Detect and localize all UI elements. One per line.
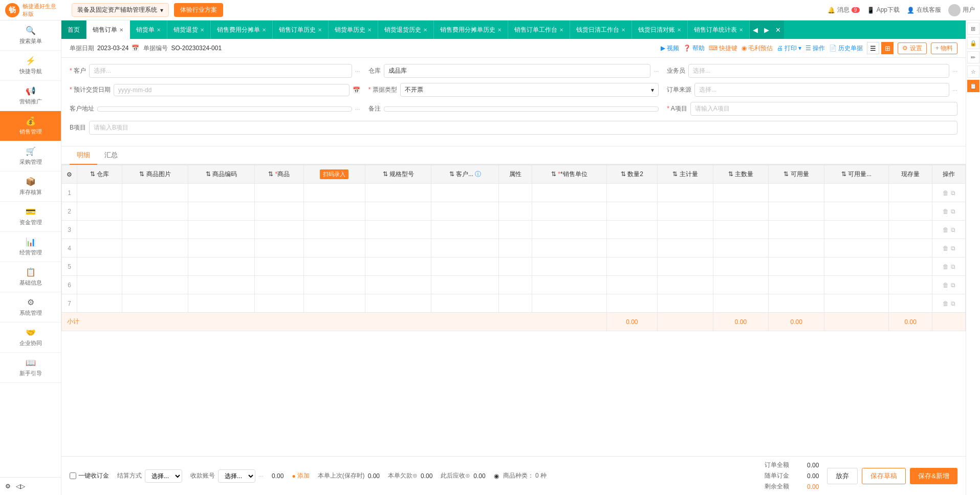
sidebar-item-finance[interactable]: 💳 资金管理 — [0, 202, 61, 232]
payment-method-select[interactable]: 选择... — [145, 469, 182, 483]
rp-icon-1[interactable]: ⊞ — [967, 23, 979, 35]
cell-sales-unit[interactable] — [532, 257, 606, 276]
th-settings[interactable]: ⚙ — [62, 165, 77, 184]
cell-main-qty[interactable] — [713, 276, 769, 294]
cell-available[interactable] — [769, 294, 824, 313]
tab-close-sales-invoice[interactable]: ✕ — [157, 27, 161, 33]
tab-sales-invoice[interactable]: 销货单 ✕ — [130, 20, 167, 39]
rp-icon-3[interactable]: ✏ — [967, 51, 979, 63]
cell-warehouse[interactable] — [77, 221, 122, 239]
cell-product-name[interactable] — [254, 184, 303, 202]
customer-address-input[interactable] — [97, 106, 352, 112]
copy-icon[interactable]: ⧉ — [951, 245, 955, 252]
cell-sales-unit[interactable] — [532, 276, 606, 294]
delete-icon[interactable]: 🗑 — [943, 282, 949, 289]
list-view-btn[interactable]: ☰ — [867, 42, 879, 54]
cell-stock[interactable] — [889, 202, 932, 221]
a-project-input[interactable]: 请输入A项目 — [690, 102, 957, 116]
delete-icon[interactable]: 🗑 — [943, 245, 949, 252]
cell-customer-code[interactable] — [431, 202, 499, 221]
tab-summary[interactable]: 汇总 — [97, 146, 125, 165]
print-btn[interactable]: 🖨 打印 ▾ — [777, 44, 801, 53]
invoice-type-select[interactable]: 不开票 ▾ — [400, 83, 659, 97]
table-settings-icon[interactable]: ⚙ — [67, 171, 72, 178]
cell-sales-unit[interactable] — [532, 184, 606, 202]
receipt-dots[interactable]: ··· — [258, 472, 264, 480]
cell-main-unit[interactable] — [658, 221, 713, 239]
order-source-dots[interactable]: ··· — [952, 87, 957, 94]
cell-scan[interactable] — [303, 184, 365, 202]
cell-spec[interactable] — [365, 184, 431, 202]
cell-available[interactable] — [769, 221, 824, 239]
cell-stock[interactable] — [889, 221, 932, 239]
copy-icon[interactable]: ⧉ — [951, 263, 955, 270]
cell-available2[interactable] — [824, 184, 888, 202]
sidebar-item-basic-info[interactable]: 📋 基础信息 — [0, 262, 61, 292]
cell-sales-unit[interactable] — [532, 202, 606, 221]
cell-main-unit[interactable] — [658, 294, 713, 313]
sidebar-item-operation[interactable]: 📊 经营管理 — [0, 232, 61, 262]
customer-input[interactable]: 选择... — [89, 64, 352, 78]
customer-dots[interactable]: ··· — [355, 68, 360, 75]
b-project-input[interactable]: 请输入B项目 — [89, 121, 957, 135]
cell-warehouse[interactable] — [77, 276, 122, 294]
address-dots[interactable]: ··· — [355, 105, 360, 113]
cell-product-name[interactable] — [254, 202, 303, 221]
salesperson-dots[interactable]: ··· — [952, 68, 957, 75]
cell-spec[interactable] — [365, 276, 431, 294]
cell-product-name[interactable] — [254, 257, 303, 276]
tab-daily-reconcile[interactable]: 钱货日清对账 ✕ — [632, 20, 688, 39]
cell-scan[interactable] — [303, 221, 365, 239]
cell-attribute[interactable] — [499, 202, 532, 221]
order-source-input[interactable]: 选择... — [694, 83, 949, 97]
cell-stock[interactable] — [889, 239, 932, 257]
tab-prev-btn[interactable]: ◀ — [750, 20, 761, 39]
delete-icon[interactable]: 🗑 — [943, 263, 949, 270]
cell-scan[interactable] — [303, 239, 365, 257]
delete-icon[interactable]: 🗑 — [943, 300, 949, 307]
cell-main-unit[interactable] — [658, 239, 713, 257]
grid-view-btn[interactable]: ⊞ — [881, 42, 894, 54]
cell-product-img[interactable] — [122, 239, 188, 257]
cell-product-img[interactable] — [122, 184, 188, 202]
salesperson-input[interactable]: 选择... — [688, 64, 949, 78]
receipt-account-select[interactable]: 选择... — [218, 469, 255, 483]
table-container[interactable]: ⚙ ⇅ 仓库 ⇅ 商品图片 ⇅ 商品编码 — [61, 165, 966, 456]
add-receipt-btn[interactable]: ● 添加 — [292, 471, 309, 480]
tab-close-return-history[interactable]: ✕ — [423, 27, 427, 33]
messages-btn[interactable]: 🔔 消息 9 — [827, 6, 860, 14]
sidebar-item-collaboration[interactable]: 🤝 企业协同 — [0, 322, 61, 353]
delete-icon[interactable]: 🗑 — [943, 226, 949, 233]
cell-product-img[interactable] — [122, 221, 188, 239]
copy-icon[interactable]: ⧉ — [951, 208, 955, 215]
cell-qty2[interactable] — [606, 294, 657, 313]
cell-warehouse[interactable] — [77, 294, 122, 313]
cell-customer-code[interactable] — [431, 221, 499, 239]
cell-main-qty[interactable] — [713, 221, 769, 239]
profit-btn[interactable]: ◉ 毛利预估 — [742, 44, 773, 53]
settings-btn[interactable]: ⚙ 设置 — [898, 42, 926, 54]
cell-main-qty[interactable] — [713, 257, 769, 276]
scan-btn[interactable]: 扫码录入 — [320, 169, 349, 179]
industry-btn[interactable]: 体验行业方案 — [174, 3, 223, 17]
sidebar-item-guide[interactable]: 📖 新手引导 — [0, 353, 61, 383]
calendar-icon[interactable]: 📅 — [132, 45, 139, 52]
help-btn[interactable]: ❓ 帮助 — [683, 44, 705, 53]
tab-sales-return[interactable]: 销货退货 ✕ — [167, 20, 211, 39]
sidebar-item-marketing[interactable]: 📢 营销推广 — [0, 81, 61, 111]
tab-return-history[interactable]: 销货退货历史 ✕ — [378, 20, 434, 39]
cell-warehouse[interactable] — [77, 202, 122, 221]
cell-scan[interactable] — [303, 294, 365, 313]
cell-attribute[interactable] — [499, 276, 532, 294]
rp-icon-5[interactable]: 📋 — [967, 80, 979, 92]
cell-spec[interactable] — [365, 257, 431, 276]
cell-product-code[interactable] — [188, 202, 255, 221]
cell-main-qty[interactable] — [713, 184, 769, 202]
cell-sales-unit[interactable] — [532, 221, 606, 239]
copy-icon[interactable]: ⧉ — [951, 282, 955, 289]
tab-close-expense-split[interactable]: ✕ — [262, 27, 266, 33]
info-icon[interactable]: ⓘ — [475, 170, 481, 178]
cell-product-code[interactable] — [188, 239, 255, 257]
tab-order-stats[interactable]: 销售订单统计表 ✕ — [688, 20, 750, 39]
save-draft-btn[interactable]: 保存草稿 — [862, 468, 906, 484]
